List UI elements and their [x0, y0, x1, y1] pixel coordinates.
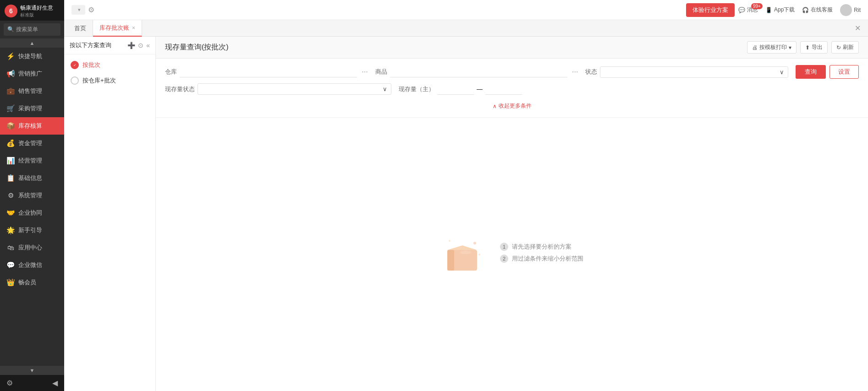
finance-icon: 💰	[6, 139, 15, 147]
topbar-right: 💬 消息 99+ 📱 App下载 🎧 在线客服 Rit	[738, 4, 861, 16]
system-icon: ⚙	[6, 191, 15, 200]
purchase-icon: 🛒	[6, 104, 15, 113]
sidebar-item-basic-info[interactable]: 📋 基础信息	[0, 169, 64, 187]
stock-qty-range: —	[437, 84, 522, 95]
page-actions: 🖨 按模板打印 ▾ ⬆ 导出 ↻ 刷新	[747, 41, 859, 54]
range-dash: —	[477, 86, 483, 92]
operations-icon: 📊	[6, 157, 15, 165]
page-header: 现存量查询(按批次) 🖨 按模板打印 ▾ ⬆ 导出 ↻ 刷新	[156, 37, 868, 59]
sidebar-item-operations[interactable]: 📊 经营管理	[0, 152, 64, 169]
online-service-item[interactable]: 🎧 在线客服	[802, 6, 833, 14]
message-item[interactable]: 💬 消息 99+	[738, 6, 758, 14]
status-filter: 状态 ∨	[585, 66, 788, 78]
stock-qty-filter: 现存量（主） —	[399, 84, 625, 95]
sidebar-item-newbie[interactable]: 🌟 新手引导	[0, 222, 64, 239]
scheme-inactive-indicator	[71, 76, 79, 85]
trial-button[interactable]: 体验行业方案	[686, 3, 735, 17]
topbar: ▾ ⚙ 体验行业方案 💬 消息 99+ 📱 App下载 🎧 在线客服 Rit	[64, 0, 868, 20]
goods-dots[interactable]: ···	[572, 68, 578, 76]
svg-marker-1	[447, 245, 477, 250]
wechat-icon: 💬	[6, 261, 15, 269]
sidebar-bottom: ⚙ ◀	[0, 375, 64, 391]
status-select[interactable]: ∨	[600, 66, 788, 78]
search-icon: 🔍	[7, 26, 14, 33]
svg-point-5	[449, 240, 450, 242]
query-button[interactable]: 查询	[796, 65, 826, 79]
sidebar-item-quicknav[interactable]: ⚡ 快捷导航	[0, 48, 64, 65]
goods-input[interactable]	[390, 66, 567, 77]
basic-info-icon: 📋	[6, 174, 15, 182]
topbar-chevron-icon: ▾	[78, 7, 81, 13]
collapse-more-conditions[interactable]: ∧ 收起更多条件	[165, 99, 859, 113]
scheme-item-batch[interactable]: ✓ 按批次	[64, 57, 155, 73]
collapse-panel-icon[interactable]: «	[146, 42, 150, 49]
sidebar-item-finance[interactable]: 💰 资金管理	[0, 135, 64, 152]
newbie-icon: 🌟	[6, 226, 15, 234]
svg-point-4	[473, 242, 476, 244]
page-title: 现存量查询(按批次)	[165, 43, 229, 52]
sidebar-scroll-up[interactable]: ▲	[0, 38, 64, 48]
sidebar-item-purchase[interactable]: 🛒 采购管理	[0, 100, 64, 117]
sidebar-item-enterprise[interactable]: 🤝 企业协同	[0, 204, 64, 222]
filter-row-2: 现存量状态 ∨ 现存量（主） —	[165, 83, 859, 95]
scheme-settings-icon[interactable]: ⊙	[138, 42, 143, 49]
sidebar-header: 6 畅康通好生意 标准版	[0, 0, 64, 21]
quicknav-icon: ⚡	[6, 52, 15, 60]
sidebar-item-appstore[interactable]: 🛍 应用中心	[0, 239, 64, 256]
tab-close-icon[interactable]: ×	[132, 25, 135, 31]
left-panel-header-icons: ➕ ⊙ «	[127, 42, 150, 49]
sidebar: 6 畅康通好生意 标准版 🔍 搜索菜单 ▲ ⚡ 快捷导航 📢 营销推广 💼 销售…	[0, 0, 64, 391]
sidebar-item-inventory[interactable]: 📦 库存核算	[0, 117, 64, 135]
marketing-icon: 📢	[6, 70, 15, 78]
user-avatar-item[interactable]: Rit	[840, 4, 861, 16]
sidebar-collapse-icon[interactable]: ◀	[52, 379, 58, 387]
tab-bar: 首页 库存批次账 × ✕	[64, 20, 868, 37]
refresh-icon: ↻	[836, 44, 841, 51]
filter-area: 仓库 ··· 商品 ··· 状态 ∨	[156, 59, 868, 118]
warehouse-filter: 仓库 ···	[165, 66, 368, 77]
member-icon: 👑	[6, 278, 15, 287]
refresh-button[interactable]: ↻ 刷新	[831, 41, 859, 54]
add-scheme-icon[interactable]: ➕	[127, 42, 135, 49]
print-button[interactable]: 🖨 按模板打印 ▾	[747, 41, 797, 54]
print-icon: 🖨	[752, 44, 758, 51]
scheme-item-warehouse-batch[interactable]: 按仓库+批次	[64, 73, 155, 88]
sidebar-item-system[interactable]: ⚙ 系统管理	[0, 187, 64, 204]
app-download-item[interactable]: 📱 App下载	[765, 6, 795, 14]
svg-point-6	[478, 254, 480, 255]
topbar-path[interactable]: ▾	[71, 5, 85, 15]
sidebar-item-member[interactable]: 👑 畅会员	[0, 274, 64, 291]
stock-status-chevron-icon: ∨	[383, 86, 387, 92]
sidebar-scroll-down[interactable]: ▼	[0, 366, 64, 375]
right-panel: 现存量查询(按批次) 🖨 按模板打印 ▾ ⬆ 导出 ↻ 刷新	[156, 37, 868, 391]
stock-qty-min-input[interactable]	[437, 84, 474, 95]
topbar-nav: ▾ ⚙	[71, 5, 682, 15]
app-brand: 畅康通好生意 标准版	[20, 5, 53, 18]
empty-text: 1 请先选择要分析的方案 2 用过滤条件来缩小分析范围	[500, 243, 583, 266]
stock-status-select[interactable]: ∨	[198, 83, 391, 95]
inventory-icon: 📦	[6, 122, 15, 130]
sales-icon: 💼	[6, 87, 15, 95]
sidebar-item-sales[interactable]: 💼 销售管理	[0, 82, 64, 100]
sidebar-item-wechat[interactable]: 💬 企业微信	[0, 256, 64, 274]
warehouse-input[interactable]	[180, 66, 357, 77]
main-area: ▾ ⚙ 体验行业方案 💬 消息 99+ 📱 App下载 🎧 在线客服 Rit	[64, 0, 868, 391]
settings-button[interactable]: 设置	[830, 65, 859, 79]
empty-state: 1 请先选择要分析的方案 2 用过滤条件来缩小分析范围	[156, 118, 868, 391]
collapse-chevron-icon: ∧	[493, 103, 497, 109]
sidebar-settings-icon[interactable]: ⚙	[6, 379, 13, 387]
message-badge: 99+	[751, 3, 763, 9]
topbar-gear-icon[interactable]: ⚙	[88, 5, 94, 14]
empty-step-2: 2 用过滤条件来缩小分析范围	[500, 255, 583, 263]
tab-home[interactable]: 首页	[68, 20, 93, 37]
panel-close-icon[interactable]: ✕	[851, 24, 864, 33]
search-menu-item[interactable]: 🔍 搜索菜单	[4, 23, 60, 36]
scheme-active-indicator: ✓	[71, 61, 79, 69]
empty-step-1: 1 请先选择要分析的方案	[500, 243, 583, 251]
status-chevron-icon: ∨	[780, 69, 784, 76]
warehouse-dots[interactable]: ···	[362, 68, 368, 76]
tab-inventory-batch[interactable]: 库存批次账 ×	[93, 20, 142, 37]
stock-qty-max-input[interactable]	[485, 84, 522, 95]
export-button[interactable]: ⬆ 导出	[800, 41, 828, 54]
sidebar-item-marketing[interactable]: 📢 营销推广	[0, 65, 64, 82]
